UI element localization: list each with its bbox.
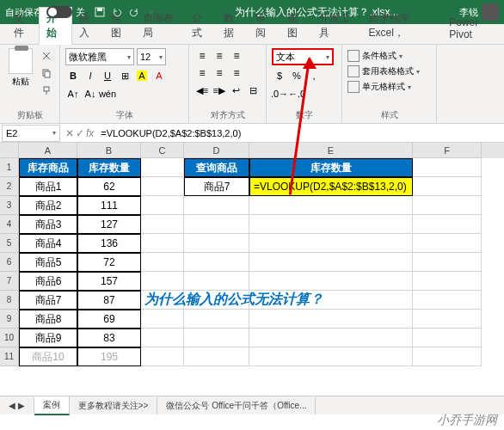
qat-more-icon[interactable]: ▾: [145, 6, 157, 18]
increase-font-icon[interactable]: A↑: [65, 86, 81, 101]
cell-style-button[interactable]: 单元格样式▾: [347, 79, 431, 95]
formula-input[interactable]: =VLOOKUP(D2,$A$2:$B$13,2,0): [97, 128, 504, 138]
row-header[interactable]: 2: [0, 177, 19, 196]
table-format-button[interactable]: 套用表格格式▾: [347, 64, 431, 79]
increase-decimal-icon[interactable]: .0→: [272, 86, 287, 101]
cell-selected[interactable]: =VLOOKUP(D2,$A$2:$B$13,2,0): [249, 177, 413, 196]
row-header[interactable]: 7: [0, 272, 19, 291]
cell[interactable]: [413, 291, 482, 310]
border-button[interactable]: ⊞: [117, 68, 132, 83]
align-center-icon[interactable]: ≡: [212, 65, 227, 81]
cell[interactable]: 库存数量: [77, 158, 141, 177]
tab-data[interactable]: 数据: [217, 8, 249, 44]
cell[interactable]: [249, 215, 413, 234]
select-all-button[interactable]: [0, 143, 19, 158]
cell[interactable]: 商品7: [184, 177, 249, 196]
cell[interactable]: 127: [77, 215, 141, 234]
cell[interactable]: [184, 253, 249, 272]
row-header[interactable]: 8: [0, 291, 19, 310]
cell[interactable]: [141, 310, 184, 329]
fill-color-button[interactable]: A: [134, 68, 150, 83]
cell[interactable]: [184, 329, 249, 347]
cell[interactable]: [249, 347, 413, 366]
cell[interactable]: [141, 272, 184, 291]
cell[interactable]: 商品7: [19, 291, 77, 310]
format-painter-icon[interactable]: [39, 83, 54, 98]
cell[interactable]: 商品5: [19, 253, 77, 272]
cell[interactable]: 查询商品: [184, 158, 249, 177]
cell[interactable]: [413, 329, 482, 347]
col-header[interactable]: D: [184, 143, 249, 158]
cell[interactable]: [413, 215, 482, 234]
cell[interactable]: 库存数量: [249, 158, 413, 177]
paste-button[interactable]: 粘贴: [5, 48, 35, 108]
merge-icon[interactable]: ⊟: [245, 83, 261, 98]
bold-button[interactable]: B: [65, 68, 81, 83]
cell[interactable]: [141, 196, 184, 215]
conditional-format-button[interactable]: 条件格式▾: [347, 48, 431, 64]
row-header[interactable]: 1: [0, 158, 19, 177]
cell[interactable]: 62: [77, 177, 141, 196]
tab-formulas[interactable]: 公式: [185, 8, 217, 44]
save-icon[interactable]: [94, 6, 106, 18]
tab-pivot[interactable]: Power Pivot: [442, 13, 504, 44]
cell[interactable]: [184, 347, 249, 366]
cell[interactable]: [184, 196, 249, 215]
cell[interactable]: [184, 234, 249, 253]
decrease-font-icon[interactable]: A↓: [83, 86, 98, 101]
cell[interactable]: [413, 196, 482, 215]
cell[interactable]: 商品10: [19, 347, 77, 366]
cell[interactable]: 72: [77, 253, 141, 272]
sheet-nav[interactable]: ◀ ▶: [0, 398, 34, 413]
decrease-indent-icon[interactable]: ◀≡: [194, 83, 210, 98]
cell[interactable]: [249, 196, 413, 215]
row-header[interactable]: 10: [0, 329, 19, 347]
phonetic-icon[interactable]: wén: [100, 86, 115, 101]
comma-icon[interactable]: ,: [306, 68, 322, 83]
cell[interactable]: [413, 272, 482, 291]
accept-formula-icon[interactable]: ✓: [76, 127, 84, 139]
undo-icon[interactable]: [111, 6, 123, 18]
row-header[interactable]: 6: [0, 253, 19, 272]
cell[interactable]: [413, 177, 482, 196]
italic-button[interactable]: I: [83, 68, 98, 83]
row-header[interactable]: 4: [0, 215, 19, 234]
cell[interactable]: 商品9: [19, 329, 77, 347]
cut-icon[interactable]: [39, 48, 54, 64]
tab-file[interactable]: 文件: [7, 8, 39, 44]
number-format-select[interactable]: 文本▾: [272, 48, 334, 65]
col-header[interactable]: F: [413, 143, 482, 158]
currency-icon[interactable]: $: [272, 68, 287, 83]
fx-icon[interactable]: fx: [86, 127, 94, 139]
cell[interactable]: [413, 310, 482, 329]
cell[interactable]: [141, 347, 184, 366]
cell[interactable]: 商品2: [19, 196, 77, 215]
percent-icon[interactable]: %: [289, 68, 304, 83]
col-header[interactable]: A: [19, 143, 77, 158]
cell[interactable]: 商品8: [19, 310, 77, 329]
sheet-tab[interactable]: 更多教程请关注>>: [70, 397, 158, 415]
cell[interactable]: [413, 234, 482, 253]
font-size-select[interactable]: 12▾: [137, 48, 166, 65]
copy-icon[interactable]: [39, 65, 54, 81]
cell[interactable]: 83: [77, 329, 141, 347]
col-header[interactable]: C: [141, 143, 184, 158]
cell[interactable]: 195: [77, 347, 141, 366]
sheet-tab[interactable]: 微信公众号 Office千问千答（Office...: [157, 397, 316, 415]
cancel-formula-icon[interactable]: ✕: [65, 127, 74, 139]
cell[interactable]: 商品1: [19, 177, 77, 196]
row-header[interactable]: 3: [0, 196, 19, 215]
cell[interactable]: 商品4: [19, 234, 77, 253]
row-header[interactable]: 5: [0, 234, 19, 253]
cell[interactable]: 库存商品: [19, 158, 77, 177]
name-box[interactable]: E2▾: [2, 125, 60, 142]
cell[interactable]: 157: [77, 272, 141, 291]
font-color-button[interactable]: A: [151, 68, 167, 83]
cell[interactable]: [141, 234, 184, 253]
tab-review[interactable]: 审阅: [249, 8, 280, 44]
tab-layout[interactable]: 页面布局: [136, 8, 186, 44]
cell[interactable]: [249, 329, 413, 347]
font-name-select[interactable]: 微软雅黑▾: [65, 48, 134, 65]
increase-indent-icon[interactable]: ≡▶: [212, 83, 227, 98]
redo-icon[interactable]: [128, 6, 140, 18]
